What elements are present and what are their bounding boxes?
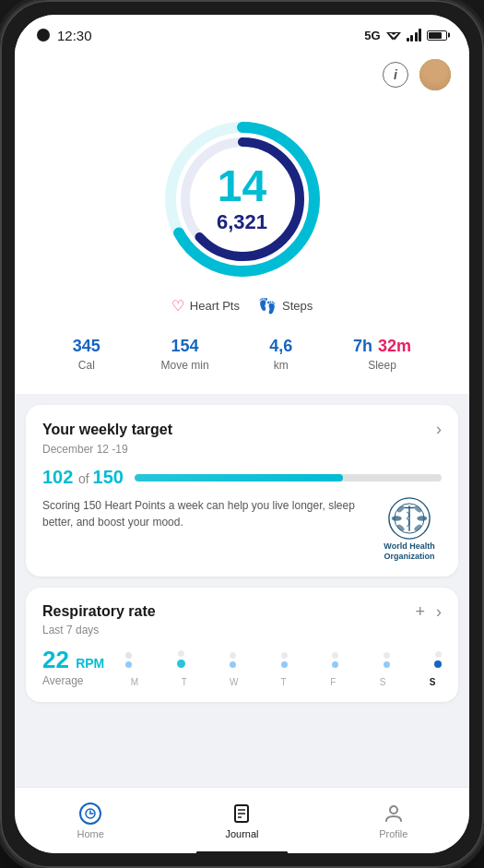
weekly-target-card[interactable]: Your weekly target › December 12 -19 102… bbox=[26, 405, 458, 577]
stat-sleep-label: Sleep bbox=[353, 359, 411, 372]
day-s1: S bbox=[373, 677, 392, 687]
dot-col-s2 bbox=[434, 651, 442, 668]
avatar-image bbox=[419, 59, 451, 90]
profile-icon bbox=[383, 803, 405, 825]
nav-home[interactable]: Home bbox=[15, 788, 166, 853]
dot-s2-1 bbox=[435, 651, 442, 658]
legend: ♡ Heart Pts 👣 Steps bbox=[171, 297, 313, 315]
info-button[interactable]: i bbox=[383, 62, 408, 88]
day-labels: M T W T F S S bbox=[125, 673, 442, 687]
dot-m-2 bbox=[125, 661, 132, 668]
who-emblem-icon bbox=[388, 497, 431, 540]
status-time: 12:30 bbox=[57, 28, 92, 43]
ring-sub-number: 6,321 bbox=[217, 210, 267, 234]
target-of: of bbox=[78, 471, 93, 486]
resp-header: Respiratory rate + › bbox=[42, 602, 442, 622]
journal-icon bbox=[230, 803, 253, 825]
nav-profile[interactable]: Profile bbox=[318, 788, 469, 853]
card-header: Your weekly target › bbox=[42, 420, 442, 439]
dot-t1-2 bbox=[177, 660, 185, 668]
resp-unit: RPM bbox=[76, 656, 104, 671]
dot-row bbox=[125, 650, 442, 673]
dot-col-s1 bbox=[384, 652, 390, 668]
ring-center: 14 6,321 bbox=[217, 164, 267, 234]
day-w: W bbox=[225, 677, 243, 687]
resp-title: Respiratory rate bbox=[42, 603, 156, 620]
screen: 12:30 5G bbox=[15, 15, 469, 853]
day-t2: T bbox=[274, 677, 292, 687]
stat-km: 4,6 km bbox=[269, 333, 292, 372]
progress-fill bbox=[135, 474, 344, 482]
day-s2: S bbox=[423, 677, 442, 687]
network-label: 5G bbox=[364, 29, 380, 42]
progress-bar bbox=[135, 474, 442, 482]
target-body: Scoring 150 Heart Points a week can help… bbox=[42, 497, 442, 562]
camera-dot bbox=[37, 29, 50, 42]
resp-value: 22 RPM bbox=[42, 646, 107, 674]
avatar[interactable] bbox=[419, 59, 451, 90]
svg-point-11 bbox=[417, 516, 427, 521]
phone-shell: 12:30 5G bbox=[0, 0, 484, 868]
dot-t2-1 bbox=[281, 652, 288, 659]
nav-profile-label: Profile bbox=[379, 828, 407, 839]
steps-icon: 👣 bbox=[258, 297, 277, 315]
dot-col-t1 bbox=[177, 650, 185, 668]
ring-chart: 14 6,321 bbox=[159, 116, 325, 282]
home-svg bbox=[85, 808, 96, 819]
bottom-nav: Home Journal Profile bbox=[15, 787, 469, 853]
wifi-icon bbox=[386, 29, 401, 42]
day-m: M bbox=[125, 677, 144, 687]
resp-avg-label: Average bbox=[42, 674, 107, 687]
target-value: 102 of 150 bbox=[42, 467, 124, 488]
resp-subtitle: Last 7 days bbox=[42, 624, 442, 636]
plus-button[interactable]: + bbox=[415, 602, 425, 622]
nav-journal[interactable]: Journal bbox=[166, 788, 317, 853]
dot-s1-1 bbox=[384, 652, 390, 659]
signal-icon bbox=[407, 29, 422, 42]
chevron-right-icon[interactable]: › bbox=[436, 602, 442, 622]
dot-col-f bbox=[332, 652, 338, 668]
status-bar: 12:30 5G bbox=[15, 15, 469, 55]
stat-move: 154 Move min bbox=[161, 333, 209, 372]
stat-move-label: Move min bbox=[161, 359, 209, 372]
hero-section: 14 6,321 ♡ Heart Pts 👣 Steps bbox=[15, 101, 469, 394]
stat-move-value: 154 bbox=[161, 333, 209, 357]
dot-m-1 bbox=[125, 652, 132, 659]
stat-sleep: 7h 32m Sleep bbox=[353, 333, 411, 372]
legend-steps: 👣 Steps bbox=[258, 297, 313, 315]
stat-cal-label: Cal bbox=[73, 359, 100, 372]
ring-main-number: 14 bbox=[217, 164, 267, 208]
dot-col-t2 bbox=[281, 652, 288, 668]
dot-s1-2 bbox=[384, 661, 390, 668]
resp-value-block: 22 RPM Average bbox=[42, 646, 107, 687]
heart-pts-label: Heart Pts bbox=[190, 299, 240, 313]
nav-home-label: Home bbox=[77, 828, 103, 839]
target-total: 150 bbox=[93, 467, 124, 487]
stat-cal: 345 Cal bbox=[73, 333, 100, 372]
card-chevron-icon[interactable]: › bbox=[436, 420, 442, 439]
dot-s2-2 bbox=[434, 660, 442, 668]
who-text: World HealthOrganization bbox=[384, 541, 434, 562]
dot-f-1 bbox=[332, 652, 338, 659]
target-desc: Scoring 150 Heart Points a week can help… bbox=[42, 497, 366, 530]
stat-km-value: 4,6 bbox=[269, 333, 292, 357]
status-right: 5G bbox=[364, 29, 447, 42]
status-left: 12:30 bbox=[37, 28, 92, 43]
svg-point-10 bbox=[392, 516, 402, 521]
dot-col-w bbox=[230, 652, 236, 668]
dot-t1-1 bbox=[178, 650, 184, 657]
stat-cal-value: 345 bbox=[73, 333, 100, 357]
scroll-content[interactable]: 14 6,321 ♡ Heart Pts 👣 Steps bbox=[15, 101, 469, 787]
dot-chart: M T W T F S S bbox=[125, 650, 442, 687]
steps-label: Steps bbox=[282, 299, 313, 313]
dot-col-m bbox=[125, 652, 132, 668]
respiratory-card[interactable]: Respiratory rate + › Last 7 days 22 RPM … bbox=[26, 588, 458, 702]
heart-icon: ♡ bbox=[171, 297, 184, 315]
card-subtitle: December 12 -19 bbox=[42, 443, 442, 456]
target-progress-row: 102 of 150 bbox=[42, 467, 442, 488]
day-t1: T bbox=[175, 677, 194, 687]
dot-f-2 bbox=[332, 661, 338, 668]
dot-w-1 bbox=[230, 652, 236, 659]
day-f: F bbox=[324, 677, 342, 687]
dot-t2-2 bbox=[281, 661, 288, 668]
